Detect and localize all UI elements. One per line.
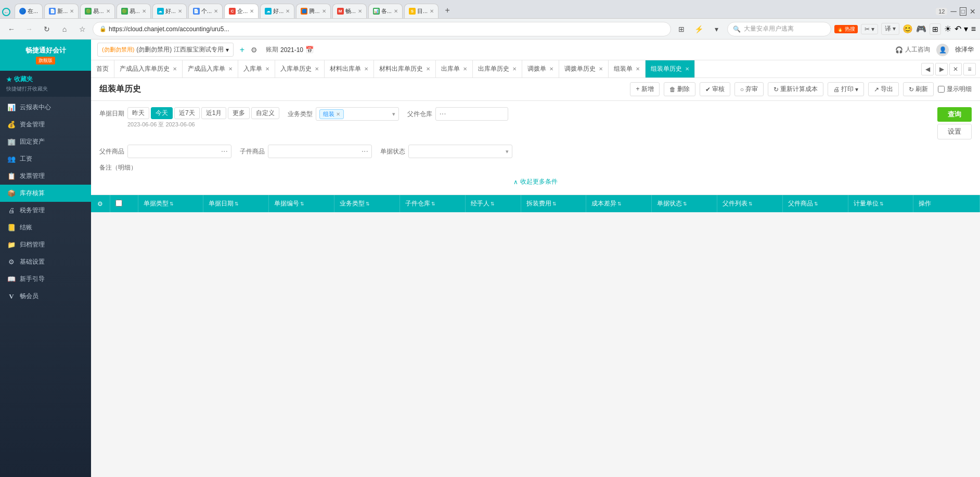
tab-close[interactable]: ✕ — [142, 8, 146, 14]
sidebar-item-assets[interactable]: 🏢 固定资产 — [0, 133, 91, 150]
tab-4[interactable]: 🟢 易... ✕ — [117, 4, 151, 18]
browser-back-icon[interactable]: ← — [2, 8, 10, 16]
tab-assembly[interactable]: 组装单 ✕ — [609, 60, 646, 78]
tab-12[interactable]: S 目... ✕ — [404, 4, 439, 18]
tab-homepage[interactable]: 首页 — [91, 60, 114, 78]
tab-close-icon[interactable]: ✕ — [228, 66, 233, 72]
tab-close-all[interactable]: ✕ — [949, 63, 962, 75]
custom-btn[interactable]: 自定义 — [251, 107, 279, 119]
tab-close[interactable]: ✕ — [322, 8, 326, 14]
more-btn[interactable]: 更多 — [228, 107, 250, 119]
apps-btn[interactable]: ⊞ — [930, 23, 941, 35]
tab-material-outbound[interactable]: 材料出库单 ✕ — [325, 60, 374, 78]
settings-icon[interactable]: ⚙ — [251, 46, 257, 54]
window-close[interactable]: ✕ — [970, 7, 976, 16]
tab-inbound-history[interactable]: 入库单历史 ✕ — [275, 60, 325, 78]
tab-outbound[interactable]: 出库单 ✕ — [436, 60, 473, 78]
show-detail-checkbox[interactable]: 显示明细 — [938, 85, 972, 94]
th-order-date[interactable]: 单据日期⇅ — [203, 195, 269, 212]
order-status-select[interactable]: ▾ — [408, 145, 512, 158]
yesterday-btn[interactable]: 昨天 — [127, 107, 149, 119]
tab-add[interactable]: + — [440, 4, 455, 18]
tab-assembly-history[interactable]: 组装单历史 ✕ — [646, 60, 695, 78]
tab-close[interactable]: ✕ — [358, 8, 362, 14]
last1month-btn[interactable]: 近1月 — [201, 107, 227, 119]
tab-close-icon[interactable]: ✕ — [315, 66, 319, 72]
tab-8[interactable]: ☁ 好... ✕ — [260, 4, 294, 18]
tab-close[interactable]: ✕ — [430, 8, 434, 14]
sidebar-item-inventory[interactable]: 📦 库存核算 — [0, 185, 91, 202]
sun-btn[interactable]: ☀ — [944, 24, 951, 34]
history-btn[interactable]: ↶ ▾ — [955, 24, 968, 34]
sidebar-item-salary[interactable]: 👥 工资 — [0, 150, 91, 167]
sidebar-favorites[interactable]: ★收藏夹 快捷键打开收藏夹 — [0, 71, 91, 97]
business-type-input[interactable]: 组装 ✕ ▾ — [316, 107, 399, 121]
window-minimize[interactable]: ─ — [950, 7, 956, 16]
sidebar-item-finance[interactable]: 💰 资金管理 — [0, 116, 91, 133]
sidebar-item-guide[interactable]: 📖 新手引导 — [0, 270, 91, 288]
th-business-type[interactable]: 业务类型⇅ — [334, 195, 400, 212]
parent-warehouse-input[interactable]: ··· — [435, 107, 508, 121]
th-unit[interactable]: 计量单位⇅ — [848, 195, 913, 212]
tab-close[interactable]: ✕ — [106, 8, 110, 14]
tab-11[interactable]: 📊 各... ✕ — [368, 4, 403, 18]
consulting-btn[interactable]: 🎧 人工咨询 — [895, 45, 930, 54]
show-detail-input[interactable] — [938, 86, 945, 93]
tab-transfer[interactable]: 调拨单 ✕ — [522, 60, 559, 78]
period-selector[interactable]: 账期 2021-10 📅 — [262, 43, 318, 56]
collapse-btn[interactable]: ∧ 收起更多条件 — [99, 175, 972, 188]
game-btn[interactable]: 🎮 — [916, 24, 926, 34]
sidebar-item-vip[interactable]: V 畅会员 — [0, 288, 91, 305]
tab-transfer-history[interactable]: 调拨单历史 ✕ — [559, 60, 609, 78]
tab-7-active[interactable]: C 企... ✕ — [224, 4, 259, 18]
sidebar-logo[interactable]: 畅捷通好会计 旗舰版 — [0, 40, 91, 71]
nav-forward[interactable]: → — [22, 22, 36, 36]
tab-6[interactable]: 📄 个... ✕ — [188, 4, 223, 18]
th-parent-list[interactable]: 父件列表⇅ — [717, 195, 783, 212]
tab-close[interactable]: ✕ — [286, 8, 290, 14]
th-child-warehouse[interactable]: 子件仓库⇅ — [399, 195, 465, 212]
tab-close-icon[interactable]: ✕ — [463, 66, 467, 72]
nav-refresh[interactable]: ↻ — [40, 22, 54, 36]
th-order-type[interactable]: 单据类型⇅ — [138, 195, 203, 212]
address-input[interactable]: 🔒 https://cloud.chanjet.com/accounting/u… — [93, 22, 671, 36]
tab-close[interactable]: ✕ — [250, 8, 254, 14]
tab-close-icon[interactable]: ✕ — [364, 66, 368, 72]
tab-close-icon[interactable]: ✕ — [173, 66, 177, 72]
export-btn[interactable]: ↗ 导出 — [868, 82, 899, 96]
add-company-btn[interactable]: + — [238, 45, 247, 55]
abandon-btn[interactable]: ○ 弃审 — [734, 82, 764, 96]
th-order-status[interactable]: 单据状态⇅ — [652, 195, 717, 212]
tab-close[interactable]: ✕ — [70, 8, 74, 14]
extensions-btn[interactable]: ⚡ — [692, 22, 706, 36]
tab-material-outbound-history[interactable]: 材料出库单历史 ✕ — [374, 60, 436, 78]
tag-close-icon[interactable]: ✕ — [336, 111, 340, 117]
sidebar-item-tax[interactable]: 🖨 税务管理 — [0, 202, 91, 219]
nav-bookmark[interactable]: ☆ — [75, 22, 89, 36]
tab-outbound-history[interactable]: 出库单历史 ✕ — [473, 60, 522, 78]
nav-back[interactable]: ← — [4, 22, 19, 36]
tab-9[interactable]: 🟦 腾... ✕ — [296, 4, 330, 18]
tab-finished-goods[interactable]: 产成品入库单 ✕ — [183, 60, 238, 78]
th-cost-diff[interactable]: 成本差异⇅ — [586, 195, 652, 212]
tab-2[interactable]: 📄 新... ✕ — [44, 4, 79, 18]
tab-3[interactable]: 🟢 易... ✕ — [80, 4, 114, 18]
tab-grid-btn[interactable]: ⊞ — [674, 22, 689, 36]
tab-more[interactable]: ≡ — [963, 63, 976, 75]
tab-close-icon[interactable]: ✕ — [549, 66, 553, 72]
sidebar-item-close-books[interactable]: 📒 结账 — [0, 219, 91, 236]
add-btn[interactable]: + 新增 — [630, 82, 659, 96]
tab-close[interactable]: ✕ — [214, 8, 218, 14]
tab-10[interactable]: M 畅... ✕ — [332, 4, 367, 18]
dropdown-btn[interactable]: ▾ — [710, 22, 724, 36]
window-maximize[interactable]: □ — [960, 7, 966, 16]
tab-close-icon[interactable]: ✕ — [426, 66, 430, 72]
last7days-btn[interactable]: 近7天 — [174, 107, 200, 119]
user-avatar[interactable]: 👤 — [936, 44, 949, 56]
child-goods-input[interactable]: ··· — [268, 145, 372, 158]
delete-btn[interactable]: 🗑 删除 — [664, 82, 695, 96]
scissors-btn[interactable]: ✂ ▾ — [861, 24, 878, 34]
today-btn[interactable]: 今天 — [151, 107, 173, 119]
tab-close-icon[interactable]: ✕ — [685, 66, 689, 72]
tab-close-icon[interactable]: ✕ — [599, 66, 603, 72]
